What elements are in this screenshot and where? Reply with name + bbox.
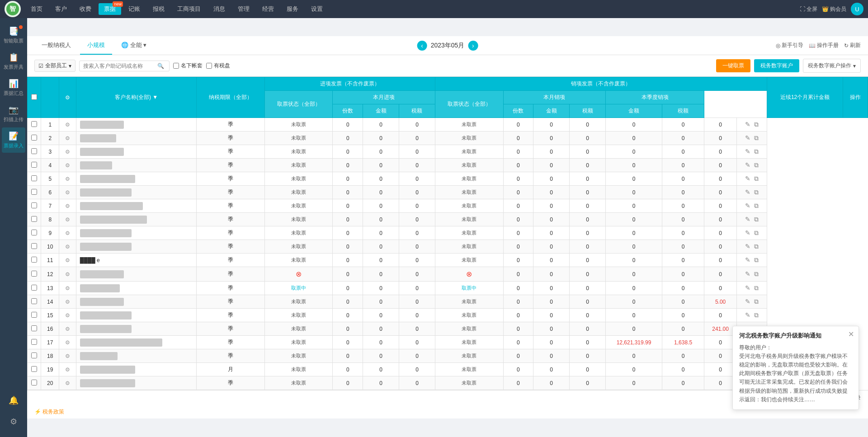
edit-icon[interactable]: ✎ xyxy=(745,148,750,155)
copy-icon[interactable]: ⧉ xyxy=(754,202,759,209)
sidebar-item-notify[interactable]: 🔔 xyxy=(2,392,25,410)
tab-general-taxpayer[interactable]: 一般纳税人 xyxy=(34,37,78,55)
select-all-checkbox[interactable] xyxy=(31,94,37,100)
row-checkbox[interactable] xyxy=(31,175,37,181)
employee-select[interactable]: ☑ 全部员工 ▾ xyxy=(34,60,75,72)
td-settings[interactable]: ⚙ xyxy=(59,213,76,226)
edit-icon[interactable]: ✎ xyxy=(745,202,750,209)
row-checkbox[interactable] xyxy=(31,339,37,345)
nav-fee[interactable]: 收费 xyxy=(74,3,97,15)
edit-icon[interactable]: ✎ xyxy=(745,121,750,128)
edit-icon[interactable]: ✎ xyxy=(745,175,750,182)
refresh-btn[interactable]: ↻ 刷新 xyxy=(844,42,861,49)
copy-icon[interactable]: ⧉ xyxy=(754,134,759,141)
copy-icon[interactable]: ⧉ xyxy=(754,161,759,169)
copy-icon[interactable]: ⧉ xyxy=(754,298,759,305)
one-click-import-btn[interactable]: 一键取票 xyxy=(716,59,750,72)
fullscreen-btn[interactable]: ⛶ 全屏 xyxy=(800,5,817,13)
row-checkbox[interactable] xyxy=(31,312,37,318)
td-settings[interactable]: ⚙ xyxy=(59,145,76,159)
digital-account-btn[interactable]: 税务数字账户 xyxy=(754,59,799,72)
td-settings[interactable]: ⚙ xyxy=(59,172,76,186)
edit-icon[interactable]: ✎ xyxy=(745,256,750,263)
notification-close-btn[interactable]: ✕ xyxy=(848,330,854,338)
th-output-status[interactable]: 取票状态（全部） xyxy=(435,91,503,118)
row-checkbox[interactable] xyxy=(31,298,37,304)
row-checkbox[interactable] xyxy=(31,148,37,154)
td-checkbox[interactable] xyxy=(28,282,41,295)
td-checkbox[interactable] xyxy=(28,145,41,159)
sidebar-item-invoice-entry[interactable]: 📝 票据录入 xyxy=(2,127,25,153)
sidebar-item-invoice-open[interactable]: 📋 发票开具 xyxy=(2,49,25,74)
tab-small-scale[interactable]: 小规模 xyxy=(80,37,112,55)
row-checkbox[interactable] xyxy=(31,271,37,277)
td-checkbox[interactable] xyxy=(28,376,41,390)
td-checkbox[interactable] xyxy=(28,172,41,186)
row-checkbox[interactable] xyxy=(31,162,37,168)
copy-icon[interactable]: ⧉ xyxy=(754,311,759,319)
td-checkbox[interactable] xyxy=(28,118,41,132)
edit-icon[interactable]: ✎ xyxy=(745,270,750,277)
td-checkbox[interactable] xyxy=(28,349,41,363)
td-settings[interactable]: ⚙ xyxy=(59,254,76,267)
sidebar-item-smart-invoice[interactable]: 📑 智能取票 xyxy=(2,23,25,48)
member-btn[interactable]: 👑 购会员 xyxy=(822,5,846,13)
td-checkbox[interactable] xyxy=(28,322,41,336)
sidebar-item-settings[interactable]: ⚙ xyxy=(2,413,25,418)
taxdisk-checkbox[interactable] xyxy=(206,63,212,69)
copy-icon[interactable]: ⧉ xyxy=(754,188,759,196)
edit-icon[interactable]: ✎ xyxy=(745,216,750,223)
row-checkbox[interactable] xyxy=(31,135,37,141)
nav-service[interactable]: 服务 xyxy=(281,3,304,15)
td-settings[interactable]: ⚙ xyxy=(59,363,76,376)
nav-invoice[interactable]: 票据 new xyxy=(99,3,121,15)
td-settings[interactable]: ⚙ xyxy=(59,309,76,322)
row-checkbox[interactable] xyxy=(31,257,37,263)
td-settings[interactable]: ⚙ xyxy=(59,376,76,390)
td-checkbox[interactable] xyxy=(28,186,41,199)
search-input[interactable] xyxy=(83,63,156,69)
guide-btn[interactable]: ◎ 新手引导 xyxy=(776,42,803,49)
edit-icon[interactable]: ✎ xyxy=(745,161,750,169)
nav-message[interactable]: 消息 xyxy=(208,3,231,15)
td-settings[interactable]: ⚙ xyxy=(59,132,76,145)
nav-settings[interactable]: 设置 xyxy=(306,3,328,15)
nav-manage[interactable]: 管理 xyxy=(232,3,255,15)
digital-account-ops-btn[interactable]: 税务数字账户操作 ▾ xyxy=(803,59,861,73)
row-checkbox[interactable] xyxy=(31,202,37,208)
td-checkbox[interactable] xyxy=(28,363,41,376)
edit-icon[interactable]: ✎ xyxy=(745,243,750,250)
copy-icon[interactable]: ⧉ xyxy=(754,256,759,263)
sidebar-item-invoice-summary[interactable]: 📊 票据汇总 xyxy=(2,75,25,100)
td-checkbox[interactable] xyxy=(28,213,41,226)
copy-icon[interactable]: ⧉ xyxy=(754,121,759,128)
td-settings[interactable]: ⚙ xyxy=(59,322,76,336)
copy-icon[interactable]: ⧉ xyxy=(754,175,759,182)
copy-icon[interactable]: ⧉ xyxy=(754,243,759,250)
row-checkbox[interactable] xyxy=(31,285,37,291)
edit-icon[interactable]: ✎ xyxy=(745,311,750,319)
copy-icon[interactable]: ⧉ xyxy=(754,216,759,223)
edit-icon[interactable]: ✎ xyxy=(745,188,750,196)
td-checkbox[interactable] xyxy=(28,199,41,213)
period-next-btn[interactable]: › xyxy=(468,41,478,51)
row-checkbox[interactable] xyxy=(31,230,37,235)
edit-icon[interactable]: ✎ xyxy=(745,229,750,236)
copy-icon[interactable]: ⧉ xyxy=(754,270,759,277)
search-icon[interactable]: 🔍 xyxy=(157,63,164,69)
row-checkbox[interactable] xyxy=(31,366,37,372)
th-input-status[interactable]: 取票状态（全部） xyxy=(264,91,333,118)
user-avatar[interactable]: U xyxy=(851,3,863,15)
td-settings[interactable]: ⚙ xyxy=(59,159,76,172)
td-checkbox[interactable] xyxy=(28,254,41,267)
td-settings[interactable]: ⚙ xyxy=(59,349,76,363)
td-checkbox[interactable] xyxy=(28,226,41,240)
td-checkbox[interactable] xyxy=(28,309,41,322)
nav-business[interactable]: 工商项目 xyxy=(172,3,206,15)
td-settings[interactable]: ⚙ xyxy=(59,295,76,309)
td-checkbox[interactable] xyxy=(28,132,41,145)
row-checkbox[interactable] xyxy=(31,121,37,127)
edit-icon[interactable]: ✎ xyxy=(745,298,750,305)
td-settings[interactable]: ⚙ xyxy=(59,282,76,295)
td-settings[interactable]: ⚙ xyxy=(59,240,76,254)
